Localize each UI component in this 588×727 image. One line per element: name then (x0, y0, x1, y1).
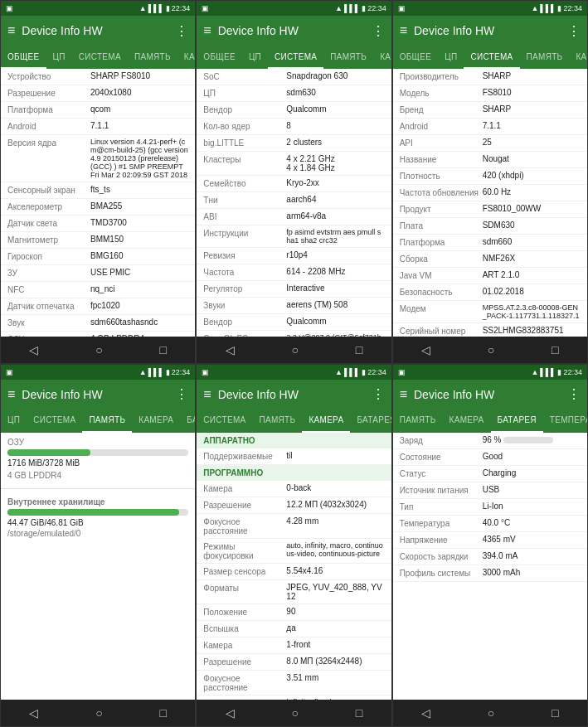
nav-recent-6[interactable]: □ (552, 706, 558, 720)
menu-icon-1[interactable]: ≡ (7, 23, 15, 38)
nav-recent-4[interactable]: □ (159, 706, 166, 720)
tab-memory-2[interactable]: ПАМЯТЬ (323, 46, 373, 69)
row-board: Плата SDM630 (393, 218, 587, 235)
bottom-nav-5: ◁ ○ □ (197, 700, 391, 726)
wifi-icon-2: ▲ (335, 4, 343, 12)
label-cores: Кол-во ядер (203, 121, 286, 131)
value-build: NMF26X (483, 254, 581, 263)
value-cam1: 1-front (286, 640, 384, 649)
tab-cpu-4[interactable]: ЦП (1, 410, 27, 433)
menu-icon-4[interactable]: ≡ (7, 387, 15, 402)
value-cam0-res: 12.2 МП (4032x3024) (286, 500, 384, 509)
menu-icon-6[interactable]: ≡ (400, 387, 407, 402)
label-name: Название (400, 154, 483, 164)
nav-recent-5[interactable]: □ (356, 706, 362, 720)
row-vendor: Вендор Qualcomm (197, 102, 391, 119)
tab-system-3[interactable]: СИСТЕМА (464, 46, 519, 69)
tab-camera-6[interactable]: КАМЕРА (443, 410, 491, 433)
tab-memory-3[interactable]: ПАМЯТЬ (520, 46, 570, 69)
tab-temp-6[interactable]: ТЕМПЕРАТУРА (543, 410, 587, 433)
wifi-icon-5: ▲ (335, 368, 343, 376)
nav-home-3[interactable]: ○ (488, 343, 494, 356)
tab-camera-3[interactable]: КАМЕРА (569, 46, 587, 69)
tab-camera-2[interactable]: КАМЕРА (373, 46, 391, 69)
value-platform: qcom (90, 104, 188, 114)
nav-back-6[interactable]: ◁ (421, 706, 430, 720)
phone-panel-4: ▣ ▲ ▌▌▌ ▮ 22:34 ≡ Device Info HW ⋮ ЦП СИ… (0, 364, 196, 728)
menu-icon-3[interactable]: ≡ (400, 23, 407, 38)
tab-memory-5[interactable]: ПАМЯТЬ (253, 410, 303, 433)
value-freq: 614 - 2208 MHz (286, 267, 384, 276)
value-kernel: Linux version 4.4.21-perf+ (cm@cm-build-… (90, 138, 188, 179)
nav-back-2[interactable]: ◁ (226, 343, 235, 356)
tab-general-2[interactable]: ОБЩЕЕ (197, 46, 242, 69)
label-density: Плотность (400, 171, 483, 181)
nav-back-5[interactable]: ◁ (226, 706, 235, 720)
row-cam1: Камера 1-front (197, 637, 391, 654)
value-cam1-focal: 3.51 mm (286, 673, 384, 682)
tab-camera-5[interactable]: КАМЕРА (302, 410, 350, 433)
row-voltage: Напряжение 4365 mV (393, 532, 587, 549)
bottom-nav-1: ◁ ○ □ (1, 337, 195, 363)
tab-cpu-1[interactable]: ЦП (46, 46, 72, 69)
storage-section: Внутреннее хранилище 44.47 GiB/46.81 GiB… (1, 492, 195, 543)
nav-back-1[interactable]: ◁ (29, 343, 38, 356)
tab-memory-6[interactable]: ПАМЯТЬ (393, 410, 443, 433)
nav-recent-3[interactable]: □ (552, 343, 558, 356)
tab-camera-1[interactable]: КАМЕРА (177, 46, 196, 69)
more-icon-3[interactable]: ⋮ (567, 23, 581, 39)
value-security: 01.02.2018 (483, 287, 581, 296)
more-icon-5[interactable]: ⋮ (372, 386, 385, 402)
menu-icon-2[interactable]: ≡ (203, 23, 211, 38)
nav-recent-1[interactable]: □ (159, 343, 166, 356)
nav-home-4[interactable]: ○ (95, 706, 102, 720)
phone-panel-1: ▣ ▲ ▌▌▌ ▮ 22:34 ≡ Device Info HW ⋮ ОБЩЕЕ… (0, 0, 196, 364)
tab-general-1[interactable]: ОБЩЕЕ (1, 46, 46, 69)
value-device: SHARP FS8010 (90, 71, 188, 80)
status-bar-1: ▣ ▲ ▌▌▌ ▮ 22:34 (1, 1, 195, 16)
tab-battery-6[interactable]: БАТАРЕЯ (491, 410, 543, 433)
more-icon-4[interactable]: ⋮ (175, 386, 188, 402)
tab-battery-4[interactable]: БАТАРЕЯ (180, 410, 195, 433)
label-3y: 3У (7, 268, 90, 278)
more-icon-6[interactable]: ⋮ (567, 386, 581, 402)
nav-home-2[interactable]: ○ (292, 343, 299, 356)
tab-camera-4[interactable]: КАМЕРА (132, 410, 180, 433)
row-governor: Регулятор Interactive (197, 281, 391, 298)
label-brand: Бренд (400, 104, 483, 114)
nav-home-1[interactable]: ○ (95, 343, 102, 356)
tab-memory-4[interactable]: ПАМЯТЬ (82, 410, 132, 433)
more-icon-2[interactable]: ⋮ (372, 23, 385, 39)
tab-general-3[interactable]: ОБЩЕЕ (393, 46, 439, 69)
row-security: Безопасность 01.02.2018 (393, 284, 587, 301)
tab-system-2[interactable]: СИСТЕМА (268, 46, 323, 69)
nav-back-3[interactable]: ◁ (421, 343, 430, 356)
label-light: Датчик света (7, 218, 90, 228)
menu-icon-5[interactable]: ≡ (203, 387, 211, 402)
phone-panel-5: ▣ ▲ ▌▌▌ ▮ 22:34 ≡ Device Info HW ⋮ СИСТЕ… (196, 364, 391, 728)
nav-home-5[interactable]: ○ (292, 706, 299, 720)
charge-bar-container (503, 437, 553, 443)
section-software: ПРОГРАММНО (197, 465, 391, 481)
status-icons-2: ▲ ▌▌▌ ▮ 22:34 (335, 4, 386, 12)
row-cam0-focus: Режимы фокусировки auto, infinity, macro… (197, 539, 391, 564)
nav-recent-2[interactable]: □ (356, 343, 362, 356)
tab-system-5[interactable]: СИСТЕМА (197, 410, 252, 433)
label-charge: Заряд (400, 435, 483, 445)
tab-system-1[interactable]: СИСТЕМА (72, 46, 128, 69)
tab-battery-5[interactable]: БАТАРЕЯ (350, 410, 391, 433)
value-android: 7.1.1 (90, 121, 188, 130)
tab-system-4[interactable]: СИСТЕМА (27, 410, 82, 433)
label-cam0-sensor: Размер сенсора (203, 566, 286, 576)
nav-home-6[interactable]: ○ (488, 706, 494, 720)
tab-cpu-2[interactable]: ЦП (242, 46, 268, 69)
value-cam0-focal: 4.28 mm (286, 516, 384, 526)
nav-back-4[interactable]: ◁ (29, 706, 38, 720)
value-governor: Interactive (286, 284, 384, 293)
value-charge-speed: 394.0 mA (483, 551, 581, 560)
tab-cpu-3[interactable]: ЦП (438, 46, 464, 69)
row-condition: Состояние Good (393, 449, 587, 466)
tab-memory-1[interactable]: ПАМЯТЬ (128, 46, 177, 69)
row-clusters: Кластеры 4 x 2.21 GHz4 x 1.84 GHz (197, 152, 391, 176)
more-icon-1[interactable]: ⋮ (175, 23, 188, 39)
